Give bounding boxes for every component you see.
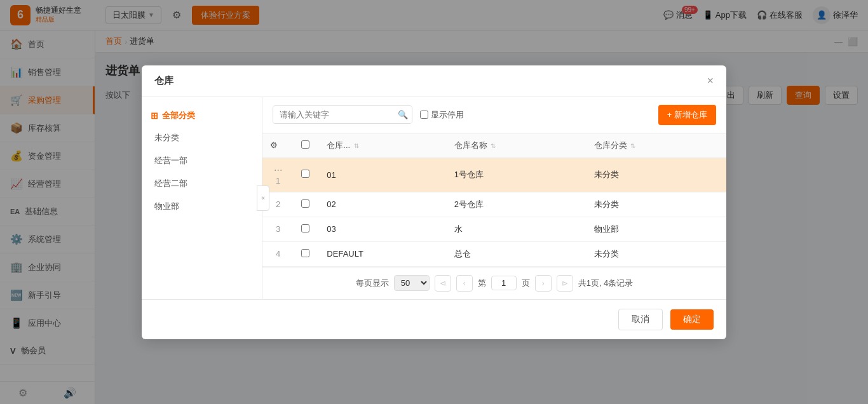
first-page-button[interactable]: ⊲ [435,275,451,292]
row-checkbox[interactable] [301,170,309,178]
category-item-ops1[interactable]: 经营一部 [142,149,262,172]
row-name: 1号仓库 [447,158,587,192]
category-item-unclassified[interactable]: 未分类 [142,126,262,149]
table-row[interactable]: ··· 4 DEFAULT 总仓 未分类 [262,241,726,266]
sort-code-icon: ⇅ [354,142,359,149]
next-page-button[interactable]: › [535,275,552,292]
table-row[interactable]: ··· 2 02 2号仓库 未分类 [262,192,726,217]
row-category: 未分类 [587,158,726,192]
row-checkbox-cell [294,158,319,192]
prev-page-button[interactable]: ‹ [456,275,473,292]
modal-close-button[interactable]: × [707,74,714,88]
row-actions: ··· 4 [262,241,294,266]
add-warehouse-button[interactable]: + 新增仓库 [658,105,716,125]
row-code: 02 [319,192,446,217]
row-category: 未分类 [587,192,726,217]
chevron-left-icon: « [261,194,265,201]
row-checkbox-cell [294,217,319,241]
all-categories-label: 全部分类 [162,110,195,121]
row-actions: ··· 3 [262,217,294,241]
sort-category-icon: ⇅ [630,142,635,149]
category-item-property[interactable]: 物业部 [142,195,262,218]
modal-title: 仓库 [154,75,173,87]
category-label-property: 物业部 [154,201,179,211]
row-category: 物业部 [587,217,726,241]
row-code: 03 [319,217,446,241]
row-checkbox-cell [294,192,319,217]
modal-footer: 取消 确定 [142,299,726,339]
row-num-val: 1 [276,176,280,185]
settings-col-icon: ⚙ [270,140,278,150]
modal-header: 仓库 × [142,65,726,97]
row-code: 01 [319,158,446,192]
table-row[interactable]: ··· 1 01 1号仓库 未分类 [262,158,726,192]
warehouse-table: ⚙ 仓库... ⇅ 仓库名称 [262,133,726,267]
row-dots-button[interactable]: ··· [270,163,286,177]
col-name-header: 仓库名称 ⇅ [447,133,587,158]
page-number-input[interactable] [491,276,517,290]
data-table: ⚙ 仓库... ⇅ 仓库名称 [262,133,726,267]
col-code-header: 仓库... ⇅ [319,133,446,158]
category-item-ops2[interactable]: 经营二部 [142,172,262,195]
last-page-button[interactable]: ⊳ [557,275,573,292]
category-sidebar: ⊞ 全部分类 未分类 经营一部 经营二部 物业部 « [142,97,262,299]
page-size-select[interactable]: 50 10 20 100 [394,275,430,291]
col-category-header: 仓库分类 ⇅ [587,133,726,158]
pagination: 每页显示 50 10 20 100 ⊲ ‹ 第 页 › ⊳ 共1页, 4条记录 [262,267,726,299]
row-num-val: 3 [276,224,280,234]
show-disabled-checkbox[interactable] [420,111,428,119]
page-size-label: 每页显示 [356,278,389,289]
row-checkbox[interactable] [301,199,309,208]
col-checkbox-header [294,133,319,158]
all-categories-item[interactable]: ⊞ 全部分类 [142,105,262,126]
row-checkbox[interactable] [301,249,309,257]
row-num-val: 2 [276,199,280,209]
row-code: DEFAULT [319,241,446,266]
page-unit: 页 [522,278,530,289]
row-category: 未分类 [587,241,726,266]
page-total: 共1页, 4条记录 [578,278,634,289]
modal-body: ⊞ 全部分类 未分类 经营一部 经营二部 物业部 « [142,97,726,299]
modal-overlay: 仓库 × ⊞ 全部分类 未分类 经营一部 经营二部 [0,0,868,404]
warehouse-modal: 仓库 × ⊞ 全部分类 未分类 经营一部 经营二部 [142,65,726,339]
page-num-label: 第 [478,278,486,289]
col-settings-header: ⚙ [262,133,294,158]
grid-icon: ⊞ [151,111,158,121]
row-name: 总仓 [447,241,587,266]
search-icon[interactable]: 🔍 [393,106,412,123]
show-disabled-toggle[interactable]: 显示停用 [420,109,464,121]
category-label-ops2: 经营二部 [154,178,187,188]
row-name: 水 [447,217,587,241]
select-all-checkbox[interactable] [301,140,309,149]
category-label-ops1: 经营一部 [154,156,187,165]
show-disabled-label: 显示停用 [431,109,464,121]
table-toolbar: 🔍 显示停用 + 新增仓库 [262,97,726,133]
row-checkbox[interactable] [301,224,309,232]
sort-name-icon: ⇅ [491,142,496,149]
search-input[interactable] [273,106,393,123]
search-box: 🔍 [273,105,412,124]
cancel-button[interactable]: 取消 [618,309,663,330]
table-area: 🔍 显示停用 + 新增仓库 ⚙ [262,97,726,299]
confirm-button[interactable]: 确定 [670,309,714,330]
table-row[interactable]: ··· 3 03 水 物业部 [262,217,726,241]
category-label-unclassified: 未分类 [154,133,179,142]
row-num-val: 4 [276,249,280,259]
row-name: 2号仓库 [447,192,587,217]
collapse-sidebar-button[interactable]: « [257,185,269,211]
row-checkbox-cell [294,241,319,266]
